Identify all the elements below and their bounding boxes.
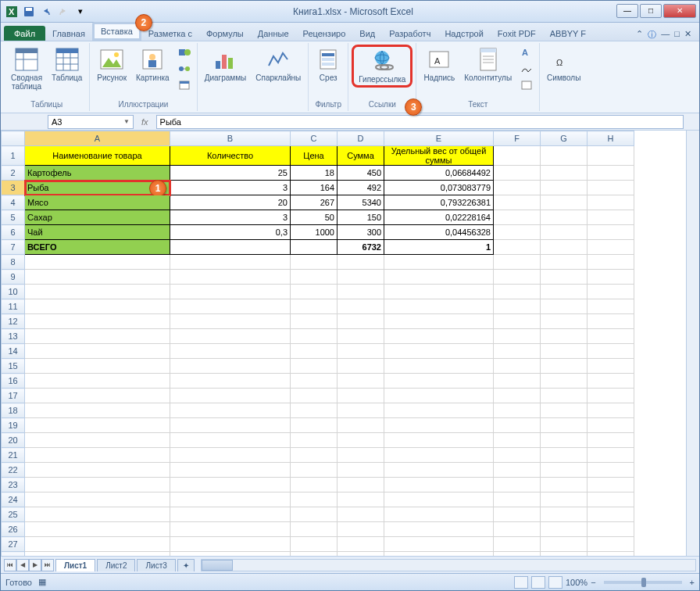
sheet-next-icon[interactable]: ▶ xyxy=(29,559,41,571)
cell[interactable] xyxy=(494,344,541,359)
col-header-A[interactable]: A xyxy=(25,131,170,146)
charts-button[interactable]: Диаграммы xyxy=(201,45,251,84)
cell[interactable] xyxy=(494,492,541,507)
signature-button[interactable] xyxy=(517,61,536,77)
cell[interactable] xyxy=(494,255,541,270)
cell[interactable] xyxy=(494,359,541,374)
cell[interactable] xyxy=(170,507,291,522)
cell-a3[interactable]: Рыба1 xyxy=(25,181,170,195)
fx-icon[interactable]: fx xyxy=(137,117,153,127)
view-layout-button[interactable] xyxy=(531,576,545,589)
cell[interactable] xyxy=(494,285,541,299)
cell[interactable] xyxy=(541,210,588,225)
cell[interactable] xyxy=(384,552,494,557)
cell[interactable] xyxy=(25,552,170,557)
cell[interactable] xyxy=(384,448,494,463)
row-header-4[interactable]: 4 xyxy=(2,195,25,210)
header-cell[interactable]: Наименование товара xyxy=(25,146,170,166)
cell[interactable] xyxy=(588,314,634,329)
cell[interactable] xyxy=(291,299,338,314)
maximize-button[interactable]: □ xyxy=(640,4,662,18)
row-header-5[interactable]: 5 xyxy=(2,210,25,225)
cell[interactable] xyxy=(588,344,634,359)
cell-a4[interactable]: Мясо xyxy=(25,195,170,210)
row-header-16[interactable]: 16 xyxy=(2,374,25,389)
row-header-27[interactable]: 27 xyxy=(2,537,25,552)
cell[interactable] xyxy=(588,522,634,537)
cell[interactable] xyxy=(588,492,634,507)
cell[interactable] xyxy=(494,389,541,403)
cell[interactable] xyxy=(25,403,170,418)
col-header-C[interactable]: C xyxy=(291,131,338,146)
sheet-tab-3[interactable]: Лист3 xyxy=(137,559,175,571)
row-header-1[interactable]: 1 xyxy=(2,146,25,166)
cell[interactable] xyxy=(291,374,338,389)
cell[interactable] xyxy=(494,225,541,240)
cell[interactable] xyxy=(170,478,291,492)
cell[interactable] xyxy=(338,507,384,522)
screenshot-button[interactable] xyxy=(175,77,194,93)
tab-review[interactable]: Рецензиро xyxy=(296,26,353,41)
row-header-17[interactable]: 17 xyxy=(2,389,25,403)
cell[interactable] xyxy=(384,314,494,329)
cell[interactable] xyxy=(170,403,291,418)
cell[interactable] xyxy=(291,270,338,285)
cell[interactable] xyxy=(338,285,384,299)
cell[interactable] xyxy=(541,389,588,403)
col-header-B[interactable]: B xyxy=(170,131,291,146)
cell-b6[interactable]: 0,3 xyxy=(170,225,291,240)
cell[interactable] xyxy=(25,433,170,448)
cell[interactable] xyxy=(541,492,588,507)
cell[interactable] xyxy=(494,181,541,195)
row-header-28[interactable]: 28 xyxy=(2,552,25,557)
cell[interactable] xyxy=(588,359,634,374)
cell-d7[interactable]: 6732 xyxy=(338,240,384,255)
cell[interactable] xyxy=(541,299,588,314)
cell-c7[interactable] xyxy=(291,240,338,255)
symbols-button[interactable]: Ω Символы xyxy=(543,45,584,84)
cell[interactable] xyxy=(291,478,338,492)
row-header-10[interactable]: 10 xyxy=(2,285,25,299)
cell-b5[interactable]: 3 xyxy=(170,210,291,225)
redo-icon[interactable] xyxy=(55,4,71,20)
cell[interactable] xyxy=(494,146,541,166)
cell[interactable] xyxy=(588,552,634,557)
cell[interactable] xyxy=(588,225,634,240)
cell[interactable] xyxy=(384,418,494,433)
cell[interactable] xyxy=(588,240,634,255)
qat-more-icon[interactable]: ▾ xyxy=(73,4,88,20)
cell[interactable] xyxy=(541,537,588,552)
cell[interactable] xyxy=(291,329,338,344)
cell[interactable] xyxy=(588,166,634,181)
cell[interactable] xyxy=(25,359,170,374)
cell[interactable] xyxy=(384,463,494,478)
cell-b7[interactable] xyxy=(170,240,291,255)
tab-abbyy[interactable]: ABBYY F xyxy=(543,26,593,41)
cell[interactable] xyxy=(338,255,384,270)
cell[interactable] xyxy=(170,552,291,557)
col-header-G[interactable]: G xyxy=(541,131,588,146)
close-button[interactable]: ✕ xyxy=(663,4,696,18)
tab-addins[interactable]: Надстрой xyxy=(438,26,490,41)
col-header-H[interactable]: H xyxy=(588,131,634,146)
header-cell[interactable]: Сумма xyxy=(338,146,384,166)
row-header-13[interactable]: 13 xyxy=(2,329,25,344)
cell[interactable] xyxy=(25,270,170,285)
cell-d3[interactable]: 492 xyxy=(338,181,384,195)
cell[interactable] xyxy=(588,389,634,403)
cell[interactable] xyxy=(384,344,494,359)
cell[interactable] xyxy=(588,448,634,463)
tab-insert[interactable]: Вставка xyxy=(92,22,141,41)
smartart-button[interactable] xyxy=(175,61,194,77)
cell[interactable] xyxy=(338,270,384,285)
cell-e2[interactable]: 0,06684492 xyxy=(384,166,494,181)
cell[interactable] xyxy=(494,522,541,537)
cell[interactable] xyxy=(494,448,541,463)
cell[interactable] xyxy=(25,344,170,359)
row-header-24[interactable]: 24 xyxy=(2,492,25,507)
header-cell[interactable]: Удельный вес от общей суммы xyxy=(384,146,494,166)
cell[interactable] xyxy=(338,299,384,314)
row-header-21[interactable]: 21 xyxy=(2,448,25,463)
cell[interactable] xyxy=(170,433,291,448)
doc-min-icon[interactable]: — xyxy=(661,29,670,41)
